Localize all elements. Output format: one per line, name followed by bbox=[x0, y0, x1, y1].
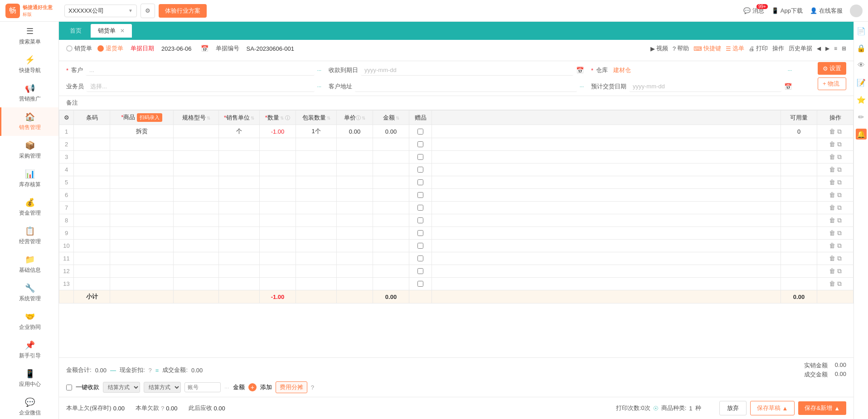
cell-unit-1[interactable]: 个 bbox=[219, 125, 260, 138]
nav-next-btn[interactable]: ▶ bbox=[825, 45, 829, 52]
sidebar-item-operations[interactable]: 📋 经营管理 bbox=[0, 222, 58, 250]
gift-checkbox-8[interactable] bbox=[417, 217, 423, 223]
copy-icon-10[interactable]: ⧉ bbox=[837, 242, 842, 250]
cell-price-1[interactable]: 0.00 bbox=[337, 125, 373, 138]
sidebar-item-inventory[interactable]: 📊 库存核算 bbox=[0, 164, 58, 193]
cell-qty-2[interactable] bbox=[260, 138, 296, 151]
gift-checkbox-9[interactable] bbox=[417, 230, 423, 236]
salesperson-dots-icon[interactable]: ··· bbox=[317, 84, 321, 89]
sidebar-item-app-center[interactable]: 📱 应用中心 bbox=[0, 364, 58, 393]
delete-icon-10[interactable]: 🗑 bbox=[829, 242, 835, 250]
cell-spec-1[interactable] bbox=[174, 125, 219, 138]
th-gear[interactable]: ⚙ bbox=[59, 111, 74, 125]
save-draft-button[interactable]: 保存草稿 ▲ bbox=[750, 401, 795, 415]
sidebar-item-guide[interactable]: 📌 新手引导 bbox=[0, 336, 58, 364]
notes-input[interactable] bbox=[82, 100, 846, 106]
cell-amount-2[interactable] bbox=[373, 138, 409, 151]
gift-checkbox-13[interactable] bbox=[417, 281, 423, 287]
help-btn[interactable]: ? 帮助 bbox=[673, 44, 689, 53]
gift-checkbox-10[interactable] bbox=[417, 243, 423, 249]
delete-icon-11[interactable]: 🗑 bbox=[829, 255, 835, 262]
delete-icon-9[interactable]: 🗑 bbox=[829, 229, 835, 237]
company-selector[interactable]: XXXXXX公司 ▼ bbox=[64, 5, 137, 17]
delete-icon-13[interactable]: 🗑 bbox=[829, 280, 835, 288]
nav-prev-btn[interactable]: ◀ bbox=[817, 45, 821, 52]
shortcut-btn[interactable]: ⌨ 快捷键 bbox=[693, 44, 721, 53]
cell-barcode-1[interactable] bbox=[74, 125, 110, 138]
copy-icon-6[interactable]: ⧉ bbox=[837, 191, 842, 199]
gift-checkbox-3[interactable] bbox=[417, 154, 423, 160]
price-sort-icon[interactable]: ⇅ bbox=[362, 116, 365, 120]
settings-button[interactable]: ⚙ bbox=[141, 4, 155, 18]
qty-sort-icon[interactable]: ⇅ bbox=[280, 116, 284, 120]
grid-view-btn[interactable]: ⊞ bbox=[842, 45, 846, 52]
copy-icon-8[interactable]: ⧉ bbox=[837, 217, 842, 224]
abandon-button[interactable]: 放弃 bbox=[719, 401, 747, 415]
doc-short-question[interactable]: ? bbox=[161, 405, 164, 412]
sidebar-item-system[interactable]: 🔧 系统管理 bbox=[0, 279, 58, 307]
sidebar-item-basic-info[interactable]: 📁 基础信息 bbox=[0, 250, 58, 279]
message-button[interactable]: 💬 消息 99+ bbox=[743, 7, 764, 15]
gift-checkbox-6[interactable] bbox=[417, 192, 423, 198]
delete-icon-3[interactable]: 🗑 bbox=[829, 153, 835, 161]
fee-question-icon[interactable]: ? bbox=[311, 384, 314, 391]
gift-checkbox-2[interactable] bbox=[417, 141, 423, 147]
select-btn[interactable]: ☰ 选单 bbox=[726, 44, 744, 53]
copy-icon-4[interactable]: ⧉ bbox=[837, 166, 842, 173]
operation-btn[interactable]: 操作 bbox=[772, 44, 784, 53]
copy-icon-3[interactable]: ⧉ bbox=[837, 153, 842, 161]
add-button[interactable]: + bbox=[248, 383, 257, 391]
fee-split-btn[interactable]: 费用分摊 bbox=[276, 381, 307, 393]
amount-sort-icon[interactable]: ⇅ bbox=[396, 116, 399, 120]
right-sb-alert-icon[interactable]: 🔔 bbox=[856, 129, 867, 140]
sidebar-item-purchase[interactable]: 📦 采购管理 bbox=[0, 136, 58, 164]
cell-qty-1[interactable]: -1.00 bbox=[260, 125, 296, 138]
radio-return-order[interactable]: 退货单 bbox=[97, 44, 123, 53]
qty-info-icon[interactable]: ⓘ bbox=[285, 115, 290, 120]
settlement-select[interactable]: 结算方式 bbox=[103, 382, 140, 393]
gift-checkbox-5[interactable] bbox=[417, 179, 423, 185]
right-sb-star-icon[interactable]: ⭐ bbox=[856, 94, 867, 105]
delete-icon-6[interactable]: 🗑 bbox=[829, 191, 835, 199]
tab-close-icon[interactable]: ✕ bbox=[120, 28, 125, 34]
copy-icon-13[interactable]: ⧉ bbox=[837, 280, 842, 288]
settings-action-btn[interactable]: ⚙ 设置 bbox=[818, 62, 846, 75]
video-btn[interactable]: ▶ 视频 bbox=[650, 44, 668, 53]
gift-checkbox-4[interactable] bbox=[417, 167, 423, 173]
right-sb-doc-icon[interactable]: 📄 bbox=[856, 25, 867, 36]
print-btn[interactable]: 🖨 打印 bbox=[749, 44, 768, 53]
fee-dots-icon[interactable]: ··· bbox=[224, 384, 229, 391]
cell-pkg-2[interactable] bbox=[296, 138, 337, 151]
copy-icon-7[interactable]: ⧉ bbox=[837, 204, 842, 212]
gift-checkbox-12[interactable] bbox=[417, 268, 423, 274]
cell-product-2[interactable] bbox=[110, 138, 174, 151]
copy-icon-12[interactable]: ⧉ bbox=[837, 267, 842, 275]
right-sb-note-icon[interactable]: 📝 bbox=[856, 77, 867, 88]
discount-question-icon[interactable]: ? bbox=[149, 367, 152, 374]
price-info-icon[interactable]: ⓘ bbox=[356, 115, 361, 120]
list-view-btn[interactable]: ≡ bbox=[834, 45, 837, 52]
copy-icon-1[interactable]: ⧉ bbox=[837, 128, 842, 135]
sidebar-item-marketing[interactable]: 📢 营销推广 bbox=[0, 79, 58, 107]
right-sb-edit-icon[interactable]: ✏ bbox=[856, 111, 867, 122]
delete-icon-5[interactable]: 🗑 bbox=[829, 178, 835, 186]
spec-sort-icon[interactable]: ⇅ bbox=[207, 116, 210, 120]
sidebar-item-quick-nav[interactable]: ⚡ 快捷导航 bbox=[0, 50, 58, 79]
customer-input[interactable] bbox=[86, 65, 315, 76]
tab-sales-order[interactable]: 销货单 ✕ bbox=[91, 24, 132, 38]
delete-icon-8[interactable]: 🗑 bbox=[829, 217, 835, 224]
trial-button[interactable]: 体验行业方案 bbox=[159, 4, 207, 18]
radio-sales-order[interactable]: 销货单 bbox=[66, 44, 92, 53]
tab-home[interactable]: 首页 bbox=[63, 24, 89, 38]
cell-price-2[interactable] bbox=[337, 138, 373, 151]
expected-date-calendar-icon[interactable]: 📅 bbox=[784, 83, 792, 90]
delete-icon-1[interactable]: 🗑 bbox=[829, 128, 835, 135]
due-date-calendar-icon[interactable]: 📅 bbox=[576, 67, 584, 74]
sidebar-item-search[interactable]: ☰ 搜索菜单 bbox=[0, 22, 58, 50]
salesperson-input[interactable] bbox=[87, 81, 315, 92]
cell-product-1[interactable]: 拆贡 bbox=[110, 125, 174, 138]
sidebar-item-sales[interactable]: 🏠 销售管理 bbox=[0, 107, 58, 136]
copy-icon-5[interactable]: ⧉ bbox=[837, 178, 842, 186]
delete-icon-7[interactable]: 🗑 bbox=[829, 204, 835, 212]
sidebar-item-finance[interactable]: 💰 资金管理 bbox=[0, 193, 58, 222]
